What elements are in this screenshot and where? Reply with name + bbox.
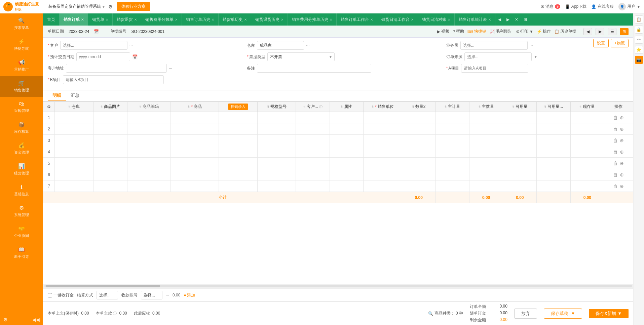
staff-input[interactable] — [460, 41, 528, 50]
col-info-icon[interactable]: ⓘ — [319, 105, 323, 109]
address-input[interactable] — [66, 64, 167, 73]
row-delete-icon[interactable]: 🗑 — [613, 161, 618, 166]
address-more-icon[interactable]: ··· — [169, 66, 172, 71]
right-panel-lock-btn[interactable]: 🔒 — [635, 26, 643, 34]
user-menu[interactable]: 👤 用户 ▼ — [618, 3, 641, 10]
save-draft-button[interactable]: 保存草稿 ▼ — [544, 309, 582, 319]
settings-button[interactable]: 设置 — [593, 39, 609, 47]
sidebar-item-quicknav[interactable]: ⚡ 快捷导航 — [0, 34, 43, 55]
horizontal-scrollbar[interactable] — [43, 284, 633, 288]
list-view-btn[interactable]: ☰ — [608, 28, 616, 35]
sidebar-item-purchase[interactable]: 🛍 采购管理 — [0, 97, 43, 117]
sidebar-item-search[interactable]: 🔍 搜索菜单 — [0, 13, 43, 34]
pay-method-select[interactable]: 选择... — [97, 291, 118, 299]
help-button[interactable]: ? 帮助 — [453, 28, 464, 35]
customer-input[interactable] — [60, 41, 127, 50]
sidebar-item-base-info[interactable]: ℹ 基础信息 — [0, 180, 43, 201]
invoice-type-input[interactable] — [267, 52, 335, 61]
next-record-btn[interactable]: ▶ — [596, 28, 604, 35]
print-dropdown[interactable]: ▼ — [529, 29, 533, 34]
tab-close-invoice[interactable]: ✕ — [106, 18, 108, 22]
tab-next-btn[interactable]: ▶ — [504, 13, 512, 26]
current-debt-info-icon[interactable]: ⓘ — [113, 311, 117, 315]
right-panel-copy-btn[interactable]: 📋 — [635, 15, 643, 24]
tab-close-invoice-history[interactable]: ✕ — [244, 18, 247, 22]
tab-cash-reconcile[interactable]: 钱货日清对账 ✕ — [418, 13, 455, 26]
tab-close-cash-reconcile[interactable]: ✕ — [448, 18, 450, 22]
save-new-button[interactable]: 保存&新增 ▼ — [589, 309, 629, 318]
remark-input[interactable] — [257, 64, 371, 73]
order-source-dropdown-icon[interactable]: ▼ — [534, 54, 538, 59]
tab-close-return[interactable]: ✕ — [134, 18, 137, 22]
tab-return-history[interactable]: 销货退货历史 ✕ — [251, 13, 288, 26]
sidebar-item-marketing[interactable]: 📢 营销推广 — [0, 55, 43, 76]
col-settings[interactable]: ⚙ — [43, 102, 55, 112]
sidebar-item-guide[interactable]: 📖 新手引导 — [0, 242, 43, 263]
tab-order-stats[interactable]: 销售订单统计表 ✕ — [455, 13, 495, 26]
invoice-type-dropdown-icon[interactable]: ▼ — [329, 54, 333, 59]
quick-pay-checkbox[interactable]: 一键收订金 — [48, 292, 74, 298]
row-copy-icon[interactable]: ⊕ — [620, 115, 624, 120]
sidebar-item-inventory[interactable]: 📦 库存核算 — [0, 117, 43, 138]
online-service-button[interactable]: 👤 在线客服 — [591, 4, 614, 9]
history-button[interactable]: 📋 历史单据 — [554, 28, 576, 35]
table-container[interactable]: ⚙ ⇅ 仓库 ⇅ 商品图片 — [43, 101, 633, 284]
app-download-button[interactable]: 📱 App下载 — [565, 4, 586, 9]
sidebar-item-operations[interactable]: 📊 经营管理 — [0, 159, 43, 180]
sidebar-item-system[interactable]: ⚙ 系统管理 — [0, 201, 43, 221]
quick-pay-check[interactable] — [48, 293, 52, 297]
delivery-date-calendar-icon[interactable]: 📅 — [132, 54, 138, 59]
discard-button[interactable]: 放弃 — [514, 309, 537, 319]
a-project-input[interactable] — [461, 64, 528, 73]
b-project-input[interactable] — [63, 75, 164, 84]
sidebar-collapse-icon[interactable]: ◀◀ — [32, 317, 40, 322]
customer-more-icon[interactable]: ··· — [129, 43, 133, 48]
tab-sales-order[interactable]: 销售订单 ✕ — [60, 13, 88, 26]
row-copy-icon[interactable]: ⊕ — [620, 149, 624, 155]
prev-record-btn[interactable]: ◀ — [583, 28, 592, 35]
tab-close-cash-workbench[interactable]: ✕ — [411, 18, 414, 22]
row-copy-icon[interactable]: ⊕ — [620, 126, 624, 132]
staff-more-icon[interactable]: ··· — [530, 43, 533, 48]
settings-icon[interactable]: ⚙ — [108, 4, 113, 9]
add-payment-button[interactable]: ● 添加 — [184, 292, 195, 298]
tab-close-order-workbench[interactable]: ✕ — [370, 18, 373, 22]
tab-summary[interactable]: 汇总 — [66, 90, 84, 101]
save-draft-dropdown-icon[interactable]: ▼ — [571, 311, 575, 316]
sidebar-item-finance[interactable]: 💰 资金管理 — [0, 138, 43, 159]
scan-entry-button[interactable]: 扫码录入 — [228, 104, 248, 110]
order-source-input[interactable] — [464, 52, 532, 61]
industry-plan-button[interactable]: 体验行业方案 — [117, 2, 150, 11]
right-panel-edit-btn[interactable]: ✏ — [635, 36, 643, 44]
sidebar-item-collab[interactable]: 🤝 企业协同 — [0, 221, 43, 242]
save-new-dropdown-icon[interactable]: ▼ — [617, 311, 622, 316]
row-delete-icon[interactable]: 🗑 — [613, 138, 618, 143]
tab-close-order-stats[interactable]: ✕ — [488, 18, 491, 22]
tab-order-workbench[interactable]: 销售订单工作台 ✕ — [337, 13, 377, 26]
receipt-more-icon[interactable]: ··· — [166, 293, 169, 297]
expand-icon[interactable]: ▼ — [102, 4, 106, 9]
tab-close-return-history[interactable]: ✕ — [281, 18, 283, 22]
row-copy-icon[interactable]: ⊕ — [620, 184, 624, 189]
row-delete-icon[interactable]: 🗑 — [613, 172, 618, 177]
search-products-icon[interactable]: 🔍 — [428, 311, 433, 316]
tab-close-expense-alloc[interactable]: ✕ — [175, 18, 178, 22]
tab-order-history[interactable]: 销售订单历史 ✕ — [182, 13, 219, 26]
message-button[interactable]: ✉ 消息 9 — [541, 4, 560, 9]
row-copy-icon[interactable]: ⊕ — [620, 172, 624, 177]
fullscreen-btn[interactable]: ⊞ — [620, 28, 629, 35]
calendar-icon[interactable]: 📅 — [94, 29, 99, 34]
col-scan-entry[interactable]: 扫码录入 — [219, 102, 258, 112]
tab-expense-alloc[interactable]: 销售费用分摊单 ✕ — [141, 13, 182, 26]
video-button[interactable]: ▶ 视频 — [437, 28, 449, 35]
tab-grid-btn[interactable]: ⊞ — [521, 13, 530, 26]
tab-close-order-history[interactable]: ✕ — [212, 18, 214, 22]
row-copy-icon[interactable]: ⊕ — [620, 161, 624, 166]
tab-expense-history[interactable]: 销售费用分摊单历史 ✕ — [288, 13, 337, 26]
tab-close-expense-history[interactable]: ✕ — [330, 18, 332, 22]
column-settings-icon[interactable]: ⚙ — [47, 105, 51, 109]
system-name[interactable]: 装备及固定资产辅助管理系统 — [48, 4, 101, 9]
tab-detail[interactable]: 明细 — [48, 90, 66, 101]
tab-close-sales-order[interactable]: ✕ — [81, 18, 84, 22]
scroll-thumb[interactable] — [46, 285, 160, 287]
